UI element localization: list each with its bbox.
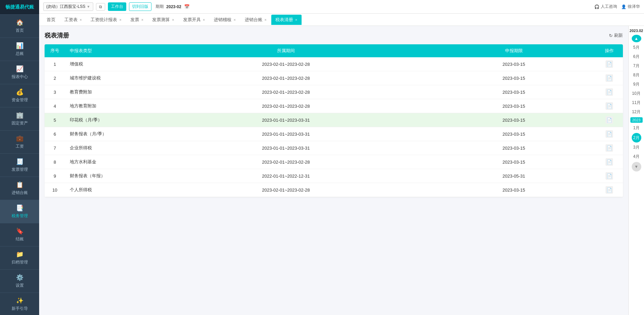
action-button[interactable]: 📄 [606,158,613,166]
tab-invoice-calc[interactable]: 发票测算 × [148,15,178,25]
action-button[interactable]: 📄 [606,172,613,180]
refresh-button[interactable]: ↻ 刷新 [609,32,623,39]
workbench-button[interactable]: 工作台 [108,2,126,11]
tab-in-out-verify-label: 进销稽核 [214,17,231,23]
month-3[interactable]: 3月 [630,143,643,152]
cell-type: 企业所得税 [65,141,140,155]
table-header-row: 序号 申报表类型 所属期间 申报期限 操作 [45,44,623,57]
tab-salary-close[interactable]: × [80,18,82,22]
tab-salary[interactable]: 工资表 × [60,15,86,25]
sidebar-item-label: 发票管理 [12,167,28,172]
action-button[interactable]: 📄 [606,144,613,152]
company-selector[interactable]: (勿动）江西股宝-LSS ▼ [43,2,93,11]
tab-salary-report-close[interactable]: × [119,18,121,22]
period-value: 2023-02 [166,4,181,9]
cell-no: 8 [45,155,65,169]
sidebar-item-archive[interactable]: 📁 归档管理 [0,246,39,270]
tab-in-out-verify[interactable]: 进销稽核 × [210,15,240,25]
cell-period: 2023-02-01~2023-02-28 [140,71,432,85]
month-9[interactable]: 9月 [630,80,643,89]
sidebar-item-label: 首页 [16,28,24,33]
guide-icon: ✨ [16,297,23,304]
cell-no: 3 [45,85,65,99]
cell-no: 1 [45,57,65,71]
tab-tax-clear[interactable]: 税表清册 × [271,15,301,25]
tax-table: 序号 申报表类型 所属期间 申报期限 操作 1 增值税 2023-02-01~2… [45,44,623,197]
action-button[interactable]: 📄 [606,130,613,138]
cell-action: 📄 [596,169,623,183]
sidebar-item-guide[interactable]: ✨ 新手引导 [0,293,39,315]
switch-old-button[interactable]: 切到旧版 [129,2,151,11]
tab-invoice-close[interactable]: × [141,18,143,22]
month-5[interactable]: 5月 [630,43,643,52]
sidebar-item-home[interactable]: 🏠 首页 [0,15,39,38]
sidebar-item-asset[interactable]: 🏢 固定资产 [0,107,39,131]
sidebar-item-label: 报表中心 [12,74,28,80]
page-title: 税表清册 [45,31,69,40]
tab-home[interactable]: 首页 [43,15,60,25]
content-area: 税表清册 ↻ 刷新 序号 申报表类型 所属期间 申报期限 操作 [39,26,644,315]
sidebar-item-tax[interactable]: 📑 税务管理 [0,200,39,223]
period-label: 期期 [156,4,164,10]
month-1[interactable]: 1月 [630,124,643,132]
page-header: 税表清册 ↻ 刷新 [45,31,623,40]
salary-icon: 💼 [16,135,23,142]
action-button[interactable]: 📄 [606,116,613,124]
action-button[interactable]: 📄 [606,102,613,110]
right-panel: 2023.02 ▲ 5月 6月 7月 8月 9月 10月 11月 12月 202… [628,26,644,315]
sidebar-item-label: 归档管理 [12,259,28,265]
inout-icon: 📋 [16,181,23,189]
month-12[interactable]: 12月 [630,108,643,116]
tab-in-out-account-label: 进销台账 [245,17,262,23]
month-7[interactable]: 7月 [630,62,643,70]
panel-up-button[interactable]: ▲ [632,35,641,42]
panel-down-button[interactable]: ▼ [632,162,641,171]
month-11[interactable]: 11月 [630,99,643,107]
table-row: 6 财务报表（月/季） 2023-01-01~2023-03-31 2023-0… [45,127,623,141]
action-button[interactable]: 📄 [606,60,613,68]
tab-invoice[interactable]: 发票 × [126,15,147,25]
tab-invoice-open-close[interactable]: × [203,18,205,22]
tab-tax-clear-close[interactable]: × [295,18,297,22]
sidebar-item-label: 资金管理 [12,97,28,103]
month-6[interactable]: 6月 [630,52,643,61]
tab-in-out-account[interactable]: 进销台账 × [241,15,271,25]
cell-action: 📄 [596,85,623,99]
sidebar-item-fund[interactable]: 💰 资金管理 [0,84,39,107]
cell-deadline: 2023-03-15 [432,57,596,71]
action-button[interactable]: 📄 [606,186,613,194]
month-4[interactable]: 4月 [630,152,643,161]
sidebar-item-label: 固定资产 [12,120,28,126]
calendar-icon[interactable]: 📅 [184,4,190,9]
action-button[interactable]: 📄 [606,74,613,82]
tab-invoice-calc-close[interactable]: × [172,18,174,22]
tab-salary-report[interactable]: 工资统计报表 × [86,15,125,25]
sidebar-item-settle[interactable]: 🔖 结账 [0,223,39,246]
action-button[interactable]: 📄 [606,88,613,96]
table-row: 10 个人所得税 2023-02-01~2023-02-28 2023-03-1… [45,183,623,197]
copy-btn[interactable]: ⧉ [96,3,105,11]
sidebar-item-ledger[interactable]: 📊 总账 [0,38,39,61]
sidebar-item-salary[interactable]: 💼 工资 [0,131,39,154]
company-name: (勿动）江西股宝-LSS [46,4,85,10]
cell-period: 2023-02-01~2023-02-28 [140,183,432,197]
user-profile-btn[interactable]: 👤 徐泽华 [621,4,640,10]
month-10[interactable]: 10月 [630,89,643,98]
table-row: 7 企业所得税 2023-01-01~2023-03-31 2023-03-15… [45,141,623,155]
sidebar-item-settings[interactable]: ⚙️ 设置 [0,270,39,293]
user-icon: 👤 [621,4,626,9]
sidebar-item-inout[interactable]: 📋 进销台账 [0,177,39,200]
cell-no: 2 [45,71,65,85]
tab-in-out-account-close[interactable]: × [264,18,267,22]
tab-invoice-open[interactable]: 发票开具 × [179,15,209,25]
sidebar-item-invoice[interactable]: 🧾 发票管理 [0,154,39,177]
month-8[interactable]: 8月 [630,71,643,79]
archive-icon: 📁 [16,251,23,258]
cell-action: 📄 [596,183,623,197]
sidebar-item-report[interactable]: 📈 报表中心 [0,61,39,84]
human-service-btn[interactable]: 🎧 人工咨询 [594,4,617,10]
tab-in-out-verify-close[interactable]: × [234,18,236,22]
month-2-active[interactable]: 2月 [632,133,641,142]
cell-deadline: 2023-05-31 [432,169,596,183]
table-row: 8 地方水利基金 2023-02-01~2023-02-28 2023-03-1… [45,155,623,169]
